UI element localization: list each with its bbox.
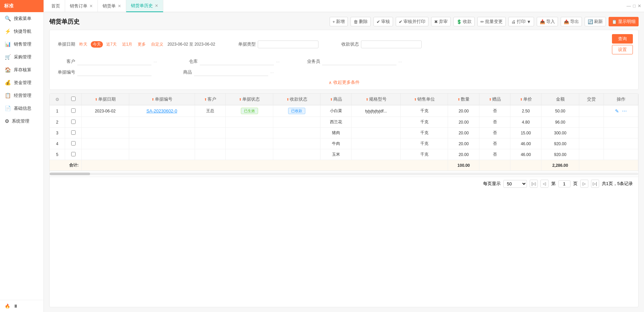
pause-icon[interactable]: ⏸ — [13, 304, 18, 309]
sidebar-item-quick-nav[interactable]: ⚡ 快捷导航 — [0, 25, 44, 38]
shortcut-custom[interactable]: 自定义 — [149, 41, 165, 48]
print-button[interactable]: 🖨 打印 ▼ — [508, 17, 534, 26]
col-settings[interactable]: ⚙ — [50, 94, 65, 105]
sidebar-item-finance-mgmt[interactable]: 💰 资金管理 — [0, 76, 44, 89]
prev-page-button[interactable]: ◁ — [540, 180, 549, 188]
col-gift[interactable]: ⬆赠品 — [479, 94, 510, 105]
row-5-checkbox[interactable] — [71, 152, 76, 156]
tab-sales-order[interactable]: 销售订单 ✕ — [65, 0, 98, 12]
warehouse-dotdot[interactable]: ··· — [276, 59, 280, 64]
row-1-checkbox[interactable] — [71, 108, 76, 113]
doc-no-link-1[interactable]: SA-20230602-0 — [146, 108, 177, 113]
col-customer[interactable]: ⬆客户 — [195, 94, 226, 105]
delete-button[interactable]: 🗑 删除 — [351, 17, 371, 26]
row-3-checkbox[interactable] — [71, 130, 76, 135]
shortcut-1month[interactable]: 近1月 — [120, 41, 135, 48]
row-checkbox-5[interactable] — [65, 149, 82, 160]
tab-sales-order-close[interactable]: ✕ — [89, 4, 93, 8]
show-detail-button[interactable]: 📋 显示明细 — [609, 17, 639, 26]
row-checkbox-1[interactable] — [65, 105, 82, 117]
col-doc-no[interactable]: ⬆单据编号 — [129, 94, 195, 105]
row-transaction-5 — [579, 149, 604, 160]
sidebar-item-label: 采购管理 — [14, 54, 31, 60]
discard-button[interactable]: ✖ 弃审 — [431, 17, 451, 26]
shortcut-7days[interactable]: 近7天 — [104, 41, 119, 48]
print-icon: 🖨 — [511, 19, 516, 24]
col-doc-date[interactable]: ⬆单据日期 — [82, 94, 129, 105]
new-button[interactable]: + 新增 — [330, 17, 348, 26]
col-spec-type[interactable]: ⬆规格型号 — [352, 94, 401, 105]
select-all-checkbox[interactable] — [71, 97, 76, 101]
row-checkbox-4[interactable] — [65, 138, 82, 149]
scrollbar-thumb[interactable] — [50, 173, 90, 175]
next-page-button[interactable]: ▷ — [580, 180, 588, 188]
shortcut-yesterday[interactable]: 昨天 — [77, 41, 89, 48]
row-transaction-3 — [579, 128, 604, 138]
col-goods[interactable]: ⬆商品 — [320, 94, 352, 105]
sidebar-item-purchase-mgmt[interactable]: 🛒 采购管理 — [0, 51, 44, 63]
goods-input[interactable] — [194, 69, 268, 76]
minimize-icon[interactable]: — — [626, 3, 631, 8]
col-collect-status[interactable]: ⬆收款状态 — [273, 94, 320, 105]
row-2-checkbox[interactable] — [71, 120, 76, 124]
page-label: 页 — [573, 181, 578, 187]
doc-type-select[interactable] — [258, 41, 318, 48]
tab-home[interactable]: 首页 — [47, 0, 65, 12]
salesperson-input[interactable] — [322, 58, 396, 65]
audit-print-button[interactable]: ✔ 审核并打印 — [396, 17, 428, 26]
page-size-select[interactable]: 50 10 20 100 — [503, 180, 527, 188]
goods-dotdot[interactable]: ··· — [270, 70, 274, 75]
warehouse-input[interactable] — [200, 58, 274, 65]
sidebar-item-search-menu[interactable]: 🔍 搜索菜单 — [0, 12, 44, 25]
sidebar-item-ops-mgmt[interactable]: 📋 经营管理 — [0, 89, 44, 102]
tab-sales-goods-history-close[interactable]: ✕ — [155, 3, 158, 8]
tab-sales-goods-history[interactable]: 销货单历史 ✕ — [126, 0, 163, 12]
filter-row-2: 客户 ··· 仓库 ··· 业务员 ··· — [55, 58, 633, 65]
row-checkbox-2[interactable] — [65, 117, 82, 128]
row-quantity-1: 20.00 — [448, 105, 479, 117]
tab-sales-goods-close[interactable]: ✕ — [118, 4, 121, 8]
sidebar-item-basic-info[interactable]: 📄 基础信息 — [0, 102, 44, 115]
horizontal-scrollbar[interactable] — [50, 173, 638, 175]
set-button[interactable]: 设置 — [612, 45, 633, 54]
tab-sales-goods[interactable]: 销货单 ✕ — [98, 0, 126, 12]
query-button[interactable]: 查询 — [612, 34, 633, 44]
row-doc-no-1[interactable]: SA-20230602-0 — [129, 105, 195, 117]
op-edit-icon-1[interactable]: ✎ — [615, 108, 619, 114]
col-sales-unit[interactable]: ⬆销售单位 — [400, 94, 448, 105]
customer-input[interactable] — [77, 58, 151, 65]
shortcut-more[interactable]: 更多 — [136, 41, 148, 48]
row-4-checkbox[interactable] — [71, 141, 76, 146]
table-row: 2 西兰花 千克 20.00 否 4.80 96.00 — [50, 117, 638, 128]
table-settings-icon[interactable]: ⚙ — [55, 97, 59, 102]
sidebar-item-sales-mgmt[interactable]: 📊 销售管理 — [0, 38, 44, 51]
collapse-button[interactable]: ∧ 收起更多条件 — [55, 79, 633, 85]
col-unit-price[interactable]: ⬆单价 — [510, 94, 541, 105]
batch-change-button[interactable]: ✏ 批量变更 — [477, 17, 506, 26]
collect-status-select[interactable] — [361, 41, 422, 48]
shortcut-today[interactable]: 今天 — [91, 41, 103, 48]
sidebar-item-inventory-calc[interactable]: 🏠 库存核算 — [0, 63, 44, 76]
page-number-input[interactable] — [558, 180, 570, 187]
col-checkbox[interactable] — [65, 94, 82, 105]
import-button[interactable]: 📥 导入 — [537, 17, 558, 26]
window-close-icon[interactable]: ✕ — [638, 3, 641, 8]
sidebar-item-sys-mgmt[interactable]: ⚙ 系统管理 — [0, 115, 44, 128]
collect-status-label: 收款状态 — [339, 41, 359, 47]
col-quantity[interactable]: ⬆数量 — [448, 94, 479, 105]
last-page-button[interactable]: ▷| — [591, 180, 599, 188]
filter-row-3: 单据编号 商品 ··· — [55, 69, 633, 76]
first-page-button[interactable]: |◁ — [530, 180, 538, 188]
salesperson-dotdot[interactable]: ··· — [398, 59, 402, 64]
col-doc-status[interactable]: ⬆单据状态 — [226, 94, 273, 105]
collect-button[interactable]: 💲 收款 — [453, 17, 475, 26]
doc-no-input[interactable] — [77, 69, 151, 76]
op-more-icon-1[interactable]: ⋯ — [622, 108, 627, 114]
customer-dotdot[interactable]: ··· — [153, 59, 157, 64]
row-checkbox-3[interactable] — [65, 128, 82, 138]
maximize-icon[interactable]: □ — [633, 3, 636, 8]
fire-icon[interactable]: 🔥 — [5, 304, 10, 309]
refresh-button[interactable]: 🔄 刷新 — [585, 17, 606, 26]
audit-button[interactable]: ✔ 审核 — [373, 17, 393, 26]
export-button[interactable]: 📤 导出 — [561, 17, 582, 26]
